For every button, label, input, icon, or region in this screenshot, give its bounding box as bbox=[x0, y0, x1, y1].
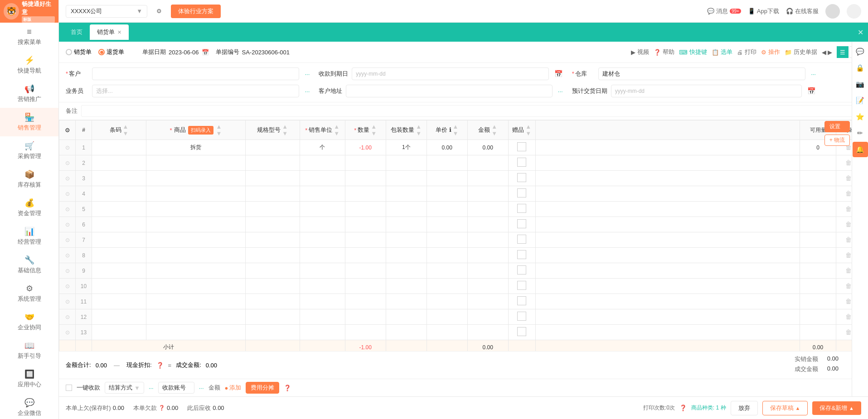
sidebar-item-purchase[interactable]: 🛒 采购管理 bbox=[0, 136, 58, 165]
row-gear-1[interactable]: ⊙ bbox=[59, 140, 76, 155]
rp-lock-btn[interactable]: 🔒 bbox=[853, 60, 868, 76]
app-download-button[interactable]: 📱 App下载 bbox=[748, 7, 779, 15]
logistics-button[interactable]: + 物流 bbox=[824, 135, 850, 146]
discard-button[interactable]: 放弃 bbox=[731, 401, 758, 415]
messages-button[interactable]: 💬 消息 99+ bbox=[707, 7, 741, 15]
form-fields-row1: 设置 + 物流 客户 ··· 收款到期日 yyyy-mm-dd bbox=[59, 63, 868, 102]
row-goods-1[interactable]: 拆货 bbox=[146, 140, 246, 155]
setup-button[interactable]: 设置 bbox=[824, 121, 850, 132]
expense-split-button[interactable]: 费用分摊 bbox=[246, 382, 279, 394]
sidebar-item-system[interactable]: ⚙ 系统管理 bbox=[0, 279, 58, 308]
shortcut-action[interactable]: ⌨ 快捷键 bbox=[679, 48, 707, 56]
trial-button[interactable]: 体验行业方案 bbox=[171, 5, 221, 18]
select-action[interactable]: 📋 选单 bbox=[712, 48, 732, 56]
customer-addr-more-icon[interactable]: ··· bbox=[558, 88, 563, 95]
content-wrapper: 销货单 退货单 单据日期 2023-06-06 📅 单据编号 bbox=[59, 42, 868, 396]
sidebar-item-shortcut[interactable]: ⚡ 快捷导航 bbox=[0, 51, 58, 79]
row-price-1[interactable]: 0.00 bbox=[427, 140, 467, 155]
question-icon[interactable]: ❓ bbox=[156, 362, 164, 369]
rp-camera-btn[interactable]: 📷 bbox=[853, 77, 868, 92]
sidebar-item-apps[interactable]: 🔲 应用中心 bbox=[0, 365, 58, 393]
row-amount-1[interactable]: 0.00 bbox=[467, 140, 508, 155]
user-avatar-2[interactable] bbox=[847, 4, 861, 19]
row-gear-2[interactable]: ⊙ bbox=[59, 155, 76, 171]
radio-return-order[interactable]: 退货单 bbox=[98, 48, 124, 56]
sidebar-item-basic[interactable]: 🔧 基础信息 bbox=[0, 250, 58, 279]
inventory-icon: 📦 bbox=[24, 169, 34, 179]
save-new-button[interactable]: 保存&新增 ▲ bbox=[812, 401, 861, 415]
operation-action[interactable]: ⚙ 操作 bbox=[761, 48, 780, 56]
salesperson-input[interactable]: 选择... bbox=[92, 85, 299, 97]
user-avatar[interactable] bbox=[825, 4, 840, 19]
sidebar-item-finance[interactable]: 💰 资金管理 bbox=[0, 193, 58, 222]
receive-date-input[interactable]: yyyy-mm-dd bbox=[352, 67, 548, 80]
online-service-button[interactable]: 🎧 在线客服 bbox=[786, 7, 819, 15]
sidebar-item-inventory[interactable]: 📦 库存核算 bbox=[0, 165, 58, 193]
payment-method-select[interactable]: 结算方式 ▼ bbox=[105, 382, 144, 394]
row-qty-1[interactable]: -1.00 bbox=[345, 140, 386, 155]
goods-type-label[interactable]: 商品种类: 1 种 bbox=[691, 404, 726, 412]
customer-addr-input[interactable] bbox=[346, 85, 552, 97]
rp-edit-btn[interactable]: ✏ bbox=[853, 125, 868, 141]
print-question-icon[interactable]: ❓ bbox=[679, 405, 687, 411]
receive-cal-icon[interactable]: 📅 bbox=[554, 70, 563, 78]
scan-btn[interactable]: 扫码录入 bbox=[188, 126, 213, 135]
row-spec-1[interactable] bbox=[245, 140, 300, 155]
th-gear[interactable]: ⚙ bbox=[59, 120, 76, 140]
sidebar-item-guide[interactable]: 📖 新手引导 bbox=[0, 336, 58, 365]
radio-sales-order[interactable]: 销货单 bbox=[66, 48, 92, 56]
row-barcode-1[interactable] bbox=[92, 140, 146, 155]
th-goods[interactable]: *商品 扫码录入 ▲▼ bbox=[146, 120, 246, 140]
customer-input[interactable] bbox=[92, 67, 299, 80]
add-payment-button[interactable]: ● 添加 bbox=[225, 384, 242, 392]
row-gear-3[interactable]: ⊙ bbox=[59, 171, 76, 186]
warehouse-more-icon[interactable]: ··· bbox=[811, 71, 816, 77]
sidebar-item-collab[interactable]: 🤝 企业协同 bbox=[0, 308, 58, 336]
sidebar-item-search[interactable]: ≡ 搜索菜单 bbox=[0, 23, 58, 51]
payment-method-more[interactable]: ··· bbox=[149, 385, 154, 391]
row-pkg-qty-1[interactable]: 1个 bbox=[386, 140, 427, 155]
customer-more-icon[interactable]: ··· bbox=[305, 71, 310, 77]
expense-help-icon[interactable]: ❓ bbox=[284, 385, 291, 391]
sidebar-item-wechat[interactable]: 💬 企业微信 bbox=[0, 393, 58, 419]
radio-circle-return bbox=[98, 49, 105, 55]
rp-orange-btn[interactable]: 🔔 bbox=[853, 142, 868, 157]
sidebar-item-operation[interactable]: 📊 经营管理 bbox=[0, 222, 58, 250]
warehouse-input[interactable]: 建材仓 bbox=[598, 67, 805, 80]
tab-home[interactable]: 首页 bbox=[63, 24, 90, 40]
salesperson-more-icon[interactable]: ··· bbox=[305, 88, 310, 95]
payment-account-select[interactable]: 收款账号 bbox=[158, 382, 194, 394]
table-row: ⊙5🗑⧉ bbox=[59, 202, 868, 217]
history-action[interactable]: 📁 历史单据 bbox=[785, 48, 817, 56]
history-icon: 📁 bbox=[785, 49, 792, 56]
save-draft-button[interactable]: 保存草稿 ▲ bbox=[762, 401, 808, 415]
rp-star-btn[interactable]: ⭐ bbox=[853, 109, 868, 125]
video-action[interactable]: ▶ 视频 bbox=[631, 48, 649, 56]
rp-note-btn[interactable]: 📝 bbox=[853, 93, 868, 108]
sidebar-item-sales[interactable]: 🏪 销售管理 bbox=[0, 108, 58, 136]
rp-chat-btn[interactable]: 💬 bbox=[853, 44, 868, 59]
list-view-btn[interactable]: ☰ bbox=[837, 46, 849, 58]
tab-sales-order[interactable]: 销货单 ✕ bbox=[90, 24, 129, 40]
expected-date-input[interactable]: yyyy-mm-dd bbox=[611, 85, 802, 97]
print-action[interactable]: 🖨 打印 bbox=[737, 48, 756, 56]
calendar-icon[interactable]: 📅 bbox=[202, 49, 209, 56]
account-more[interactable]: ··· bbox=[199, 385, 204, 391]
sidebar-item-marketing[interactable]: 📢 营销推广 bbox=[0, 79, 58, 108]
expected-cal-icon[interactable]: 📅 bbox=[807, 87, 816, 95]
row-unit-1[interactable]: 个 bbox=[300, 140, 345, 155]
next-icon[interactable]: ▶ bbox=[828, 49, 832, 56]
row-gift-1[interactable] bbox=[508, 140, 535, 155]
remark-input[interactable] bbox=[81, 105, 861, 117]
tab-close-icon[interactable]: ✕ bbox=[117, 29, 121, 35]
close-all-tabs-button[interactable]: ✕ bbox=[858, 28, 863, 37]
one-key-checkbox[interactable] bbox=[66, 385, 72, 391]
customer-addr-field-row: 客户地址 ··· bbox=[319, 85, 563, 97]
delete-icon-2[interactable]: 🗑 bbox=[845, 159, 852, 167]
prev-icon[interactable]: ◀ bbox=[822, 49, 826, 56]
table-row: ⊙2🗑⧉ bbox=[59, 155, 868, 171]
settings-button[interactable]: ⚙ bbox=[152, 4, 166, 19]
company-select[interactable]: XXXXX公司 ▼ bbox=[66, 5, 147, 18]
owe-question-icon[interactable]: ❓ bbox=[159, 405, 165, 411]
help-action[interactable]: ❓ 帮助 bbox=[654, 48, 674, 56]
